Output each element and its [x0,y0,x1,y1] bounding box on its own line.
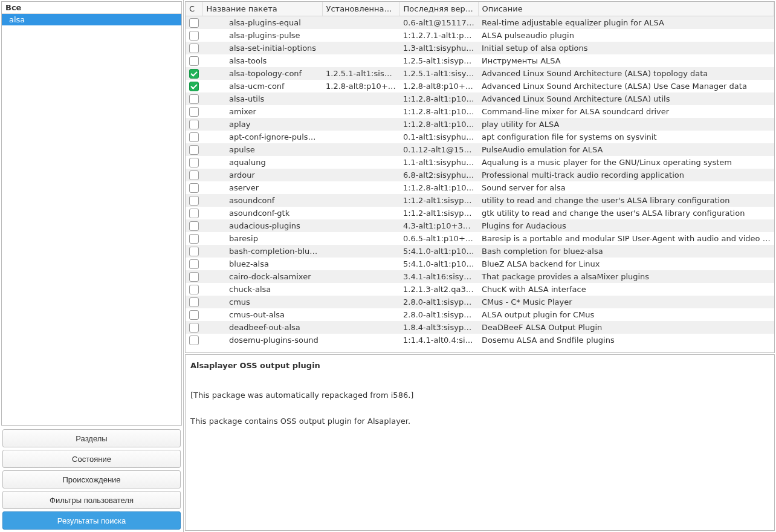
installed-version [322,42,399,54]
package-checkbox[interactable] [189,94,199,104]
table-row[interactable]: asoundconf1:1.2-alt1:sisyphus+24utility … [186,194,774,207]
package-description: Initial setup of alsa options [478,42,774,54]
table-row[interactable]: dosemu-plugins-sound1:1.4.1-alt0.4:sisyp… [186,334,774,346]
sidebar: Все alsa РазделыСостояниеПроисхождениеФи… [0,0,184,532]
package-checkbox[interactable] [189,336,199,345]
package-description: Dosemu ALSA and Sndfile plugins [478,334,774,346]
installed-version [322,92,399,105]
package-name: apt-conf-ignore-pulseaudio [202,131,322,143]
package-checkbox[interactable] [189,221,199,231]
package-name: bash-completion-bluez-alsa [202,245,322,258]
installed-version [322,105,399,118]
filter-button-group: РазделыСостояниеПроисхождениеФильтры пол… [0,427,183,532]
filter-button[interactable]: Фильтры пользователя [2,491,181,509]
table-row[interactable]: chuck-alsa1.2.1.3-alt2.qa3@1366ChucK wit… [186,283,774,296]
package-checkbox[interactable] [189,247,199,256]
package-checkbox[interactable] [189,82,199,91]
installed-version [322,283,399,296]
table-row[interactable]: baresip0.6.5-alt1:p10+281644Baresip is a… [186,232,774,245]
package-table: С Название пакета Установленная верс Пос… [186,2,774,16]
filter-button[interactable]: Разделы [2,429,181,447]
package-checkbox[interactable] [189,209,199,218]
package-checkbox[interactable] [189,120,199,129]
table-row[interactable]: aplay1:1.2.8-alt1:p10+31079play utility … [186,118,774,131]
installed-version [322,156,399,169]
table-row[interactable]: ardour6.8-alt2:sisyphus+2773Professional… [186,169,774,181]
package-checkbox[interactable] [189,56,199,66]
filter-button[interactable]: Результаты поиска [2,511,181,530]
table-row[interactable]: bluez-alsa5:4.1.0-alt1:p10+32259BlueZ AL… [186,258,774,270]
col-latest-header[interactable]: Последняя версия [399,2,478,16]
package-name: alsa-plugins-equal [202,16,322,29]
package-table-scroll[interactable]: alsa-plugins-equal0.6-alt1@1511749281Rea… [186,16,774,352]
package-checkbox[interactable] [189,31,199,41]
package-checkbox[interactable] [189,44,199,53]
package-checkbox[interactable] [189,272,199,282]
package-checkbox[interactable] [189,107,199,117]
package-description: That package provides a alsaMixer plugin… [478,270,774,283]
table-row[interactable]: aserver1:1.2.8-alt1:p10+31079Sound serve… [186,181,774,194]
package-name: aqualung [202,156,322,169]
col-name-header[interactable]: Название пакета [202,2,322,16]
table-row[interactable]: apt-conf-ignore-pulseaudio0.1-alt1:sisyp… [186,131,774,143]
installed-version [322,143,399,156]
package-name: asoundconf [202,194,322,207]
col-installed-header[interactable]: Установленная верс [322,2,399,16]
table-row[interactable]: cairo-dock-alsamixer3.4.1-alt16:sisyphus… [186,270,774,283]
package-checkbox[interactable] [189,310,199,320]
table-row[interactable]: alsa-plugins-equal0.6-alt1@1511749281Rea… [186,16,774,29]
installed-version [322,232,399,245]
package-checkbox[interactable] [189,259,199,269]
package-checkbox[interactable] [189,183,199,193]
package-checkbox[interactable] [189,170,199,180]
table-row[interactable]: amixer1:1.2.8-alt1:p10+31079Command-line… [186,105,774,118]
package-table-wrap: С Название пакета Установленная верс Пос… [185,1,775,353]
table-row[interactable]: asoundconf-gtk1:1.2-alt1:sisyphus+24gtk … [186,207,774,219]
installed-version [322,207,399,219]
package-name: aserver [202,181,322,194]
package-checkbox[interactable] [189,196,199,206]
category-item[interactable]: alsa [2,14,181,25]
table-row[interactable]: cmus-out-alsa2.8.0-alt1:sisyphus+24ALSA … [186,308,774,321]
package-checkbox[interactable] [189,323,199,332]
package-checkbox[interactable] [189,145,199,155]
installed-version: 1.2.8-alt8:p10+323518 [322,80,399,92]
package-checkbox[interactable] [189,297,199,307]
filter-button[interactable]: Состояние [2,450,181,468]
installed-version [322,194,399,207]
installed-version [322,219,399,232]
table-row[interactable]: alsa-plugins-pulse1:1.2.7.1-alt1:p10+310… [186,29,774,42]
col-checkbox-header[interactable]: С [186,2,202,16]
col-description-header[interactable]: Описание [478,2,774,16]
latest-version: 5:4.1.0-alt1:p10+32259 [399,258,478,270]
package-checkbox[interactable] [189,234,199,244]
table-row[interactable]: alsa-tools1.2.5-alt1:sisyphus+27Инструме… [186,54,774,67]
table-row[interactable]: cmus2.8.0-alt1:sisyphus+24CMus - C* Musi… [186,296,774,308]
package-name: alsa-tools [202,54,322,67]
latest-version: 1:1.2.8-alt1:p10+31079 [399,118,478,131]
package-description: Инструменты ALSA [478,54,774,67]
table-row[interactable]: alsa-ucm-conf1.2.8-alt8:p10+3235181.2.8-… [186,80,774,92]
package-checkbox[interactable] [189,158,199,167]
table-row[interactable]: alsa-topology-conf1.2.5.1-alt1:sisyphus+… [186,67,774,80]
package-name: chuck-alsa [202,283,322,296]
package-checkbox[interactable] [189,69,199,79]
latest-version: 6.8-alt2:sisyphus+2773 [399,169,478,181]
package-description: Plugins for Audacious [478,219,774,232]
table-row[interactable]: apulse0.1.12-alt1@15285669PulseAudio emu… [186,143,774,156]
package-checkbox[interactable] [189,132,199,142]
latest-version: 1:1.2-alt1:sisyphus+24 [399,194,478,207]
filter-button[interactable]: Происхождение [2,470,181,488]
installed-version [322,321,399,334]
package-name: cmus-out-alsa [202,308,322,321]
table-row[interactable]: alsa-set-initial-options1.3-alt1:sisyphu… [186,42,774,54]
table-row[interactable]: audacious-plugins4.3-alt1:p10+316400.2Pl… [186,219,774,232]
package-description: ALSA output plugin for CMus [478,308,774,321]
table-row[interactable]: alsa-utils1:1.2.8-alt1:p10+31079Advanced… [186,92,774,105]
installed-version: 1.2.5.1-alt1:sisyphus+2 [322,67,399,80]
package-checkbox[interactable] [189,18,199,28]
table-row[interactable]: bash-completion-bluez-alsa5:4.1.0-alt1:p… [186,245,774,258]
table-row[interactable]: deadbeef-out-alsa1.8.4-alt3:sisyphus+27D… [186,321,774,334]
package-checkbox[interactable] [189,285,199,294]
table-row[interactable]: aqualung1.1-alt1:sisyphus+2670Aqualung i… [186,156,774,169]
